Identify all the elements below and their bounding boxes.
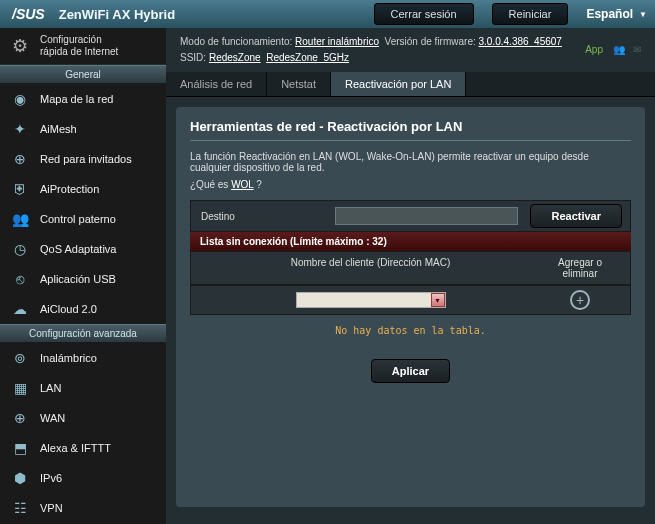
sidebar-item-qos-adaptativa[interactable]: ◷QoS Adaptativa bbox=[0, 234, 166, 264]
sidebar-item-aicloud-2.0[interactable]: ☁AiCloud 2.0 bbox=[0, 294, 166, 324]
sidebar-item-label: IPv6 bbox=[40, 472, 62, 484]
nav-icon: ▦ bbox=[10, 378, 30, 398]
quick-setup-label: Configuración rápida de Internet bbox=[40, 34, 118, 58]
sidebar-item-label: QoS Adaptativa bbox=[40, 243, 116, 255]
logout-button[interactable]: Cerrar sesión bbox=[374, 3, 474, 25]
table-columns: Nombre del cliente (Dirección MAC) Agreg… bbox=[190, 251, 631, 285]
client-select[interactable]: ▼ bbox=[296, 292, 446, 308]
nav-icon: ☁ bbox=[10, 299, 30, 319]
wol-link[interactable]: WOL bbox=[231, 179, 253, 190]
sidebar-item-label: Inalámbrico bbox=[40, 352, 97, 364]
brand-logo: /SUS bbox=[8, 6, 49, 22]
app-link[interactable]: App bbox=[585, 42, 603, 58]
page-title: Herramientas de red - Reactivación por L… bbox=[190, 119, 631, 141]
users-icon[interactable]: 👥 bbox=[613, 42, 625, 58]
gear-icon: ⚙ bbox=[8, 34, 32, 58]
offline-list-header: Lista sin conexión (Límite máximo : 32) bbox=[190, 232, 631, 251]
section-general-header: General bbox=[0, 65, 166, 84]
apply-button[interactable]: Aplicar bbox=[371, 359, 450, 383]
select-arrow-icon: ▼ bbox=[431, 293, 445, 307]
sidebar-item-label: WAN bbox=[40, 412, 65, 424]
firmware-link[interactable]: 3.0.0.4.386_45607 bbox=[479, 36, 562, 47]
sidebar-item-control-paterno[interactable]: 👥Control paterno bbox=[0, 204, 166, 234]
language-select[interactable]: Español ▼ bbox=[586, 7, 647, 21]
nav-icon: ⊚ bbox=[10, 348, 30, 368]
ssid-link-2[interactable]: RedesZone_5GHz bbox=[266, 52, 349, 63]
section-advanced-header: Configuración avanzada bbox=[0, 324, 166, 343]
nav-icon: 👥 bbox=[10, 209, 30, 229]
nav-icon: ◷ bbox=[10, 239, 30, 259]
sidebar-item-label: VPN bbox=[40, 502, 63, 514]
quick-setup-button[interactable]: ⚙ Configuración rápida de Internet bbox=[0, 28, 166, 65]
sidebar-item-mapa-de-la-red[interactable]: ◉Mapa de la red bbox=[0, 84, 166, 114]
wol-help: ¿Qué es WOL ? bbox=[190, 179, 631, 190]
nav-icon: ☷ bbox=[10, 498, 30, 518]
sidebar-item-inalámbrico[interactable]: ⊚Inalámbrico bbox=[0, 343, 166, 373]
product-name: ZenWiFi AX Hybrid bbox=[59, 7, 175, 22]
sidebar-item-label: AiProtection bbox=[40, 183, 99, 195]
nav-icon: ⊕ bbox=[10, 149, 30, 169]
chevron-down-icon: ▼ bbox=[639, 10, 647, 19]
ssid-link-1[interactable]: RedesZone bbox=[209, 52, 261, 63]
nav-icon: ⬢ bbox=[10, 468, 30, 488]
reboot-button[interactable]: Reiniciar bbox=[492, 3, 569, 25]
sidebar-item-label: Alexa & IFTTT bbox=[40, 442, 111, 454]
mode-link[interactable]: Router inalámbrico bbox=[295, 36, 379, 47]
destination-input[interactable] bbox=[335, 207, 518, 225]
sidebar-item-label: AiMesh bbox=[40, 123, 77, 135]
table-input-row: ▼ + bbox=[190, 285, 631, 315]
sidebar-item-alexa-&-ifttt[interactable]: ⬒Alexa & IFTTT bbox=[0, 433, 166, 463]
sidebar-item-aiprotection[interactable]: ⛨AiProtection bbox=[0, 174, 166, 204]
sidebar: ⚙ Configuración rápida de Internet Gener… bbox=[0, 28, 166, 524]
nav-icon: ✦ bbox=[10, 119, 30, 139]
no-data-message: No hay datos en la tabla. bbox=[190, 315, 631, 346]
tab-netstat[interactable]: Netstat bbox=[267, 72, 331, 96]
nav-icon: ⬒ bbox=[10, 438, 30, 458]
language-label: Español bbox=[586, 7, 633, 21]
nav-icon: ⛨ bbox=[10, 179, 30, 199]
mail-icon[interactable]: ✉ bbox=[633, 42, 641, 58]
nav-icon: ◉ bbox=[10, 89, 30, 109]
nav-icon: ⊕ bbox=[10, 408, 30, 428]
tab-análisis-de-red[interactable]: Análisis de red bbox=[166, 72, 267, 96]
wake-button[interactable]: Reactivar bbox=[530, 204, 622, 228]
sidebar-item-label: Aplicación USB bbox=[40, 273, 116, 285]
sidebar-item-aplicación-usb[interactable]: ⎋Aplicación USB bbox=[0, 264, 166, 294]
sidebar-item-label: LAN bbox=[40, 382, 61, 394]
info-bar: Modo de funcionamiento: Router inalámbri… bbox=[166, 28, 655, 72]
add-button[interactable]: + bbox=[570, 290, 590, 310]
nav-icon: ⎋ bbox=[10, 269, 30, 289]
content-panel: Herramientas de red - Reactivación por L… bbox=[176, 107, 645, 507]
sidebar-item-red-para-invitados[interactable]: ⊕Red para invitados bbox=[0, 144, 166, 174]
tabs: Análisis de redNetstatReactivación por L… bbox=[166, 72, 655, 97]
sidebar-item-lan[interactable]: ▦LAN bbox=[0, 373, 166, 403]
sidebar-item-label: Mapa de la red bbox=[40, 93, 113, 105]
sidebar-item-label: Control paterno bbox=[40, 213, 116, 225]
sidebar-item-label: Red para invitados bbox=[40, 153, 132, 165]
header: /SUS ZenWiFi AX Hybrid Cerrar sesión Rei… bbox=[0, 0, 655, 28]
sidebar-item-ipv6[interactable]: ⬢IPv6 bbox=[0, 463, 166, 493]
sidebar-item-aimesh[interactable]: ✦AiMesh bbox=[0, 114, 166, 144]
sidebar-item-label: AiCloud 2.0 bbox=[40, 303, 97, 315]
main-content: Modo de funcionamiento: Router inalámbri… bbox=[166, 28, 655, 524]
sidebar-item-vpn[interactable]: ☷VPN bbox=[0, 493, 166, 523]
sidebar-item-wan[interactable]: ⊕WAN bbox=[0, 403, 166, 433]
tab-reactivación-por-lan[interactable]: Reactivación por LAN bbox=[331, 72, 466, 96]
destination-row: Destino Reactivar bbox=[190, 200, 631, 232]
page-desc: La función Reactivación en LAN (WOL, Wak… bbox=[190, 151, 631, 173]
col-action: Agregar o eliminar bbox=[540, 257, 620, 279]
col-client-name: Nombre del cliente (Dirección MAC) bbox=[201, 257, 540, 279]
destination-label: Destino bbox=[191, 205, 331, 228]
